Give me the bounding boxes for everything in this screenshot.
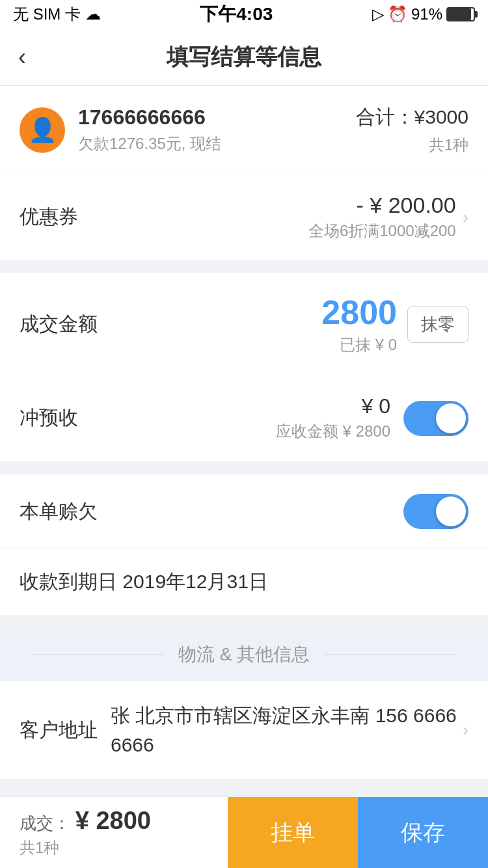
customer-left: 👤 17666666666 欠款1276.35元, 现结	[20, 105, 221, 154]
coupon-amount: - ¥ 200.00	[308, 193, 456, 218]
battery-icon	[446, 7, 475, 21]
address-label: 客户地址	[20, 717, 98, 744]
address-content: 张 北京市市辖区海淀区永丰南 156 6666 6666	[111, 701, 463, 759]
prepay-amount: ¥ 0	[276, 394, 390, 418]
section-divider-1	[0, 260, 488, 273]
transaction-label: 成交金额	[20, 311, 98, 338]
transaction-right: 2800 已抹 ¥ 0 抹零	[321, 293, 468, 355]
section-divider-2	[0, 461, 488, 474]
bottom-deal-row: 成交： ¥ 2800	[20, 807, 208, 835]
status-time: 下午4:03	[200, 2, 273, 27]
toggle-knob	[436, 403, 466, 433]
bottom-deal-label: 成交：	[20, 813, 70, 833]
transaction-amount: 2800	[321, 293, 397, 332]
transaction-amount-block: 2800 已抹 ¥ 0	[321, 293, 397, 355]
customer-right: 合计：¥3000 共1种	[356, 104, 468, 156]
address-section[interactable]: 客户地址 张 北京市市辖区海淀区永丰南 156 6666 6666 ›	[0, 681, 488, 779]
coupon-label: 优惠券	[20, 204, 78, 230]
coupon-desc: 全场6折满1000减200	[308, 221, 456, 241]
debt-label: 本单赊欠	[20, 498, 98, 525]
content-area: 👤 17666666666 欠款1276.35元, 现结 合计：¥3000 共1…	[0, 86, 488, 868]
due-date-section: 收款到期日 2019年12月31日	[0, 549, 488, 615]
debt-toggle[interactable]	[403, 494, 468, 529]
bottom-deal-count: 共1种	[20, 837, 208, 858]
logistics-divider	[0, 615, 488, 628]
bottom-deal-amount: ¥ 2800	[75, 807, 151, 834]
location-icon: ▷	[372, 5, 384, 23]
page-title: 填写结算等信息	[167, 42, 321, 72]
logistics-header: 物流 & 其他信息	[0, 628, 488, 681]
due-date-text: 收款到期日 2019年12月31日	[20, 571, 268, 592]
logistics-title: 物流 & 其他信息	[178, 642, 310, 667]
status-left: 无 SIM 卡 ☁	[13, 4, 101, 25]
avatar-icon: 👤	[28, 116, 57, 144]
customer-section: 👤 17666666666 欠款1276.35元, 现结 合计：¥3000 共1…	[0, 86, 488, 260]
coupon-row[interactable]: 优惠券 - ¥ 200.00 全场6折满1000减200 ›	[0, 174, 488, 260]
prepay-row: 冲预收 ¥ 0 应收金额 ¥ 2800	[0, 375, 488, 461]
transaction-section: 成交金额 2800 已抹 ¥ 0 抹零	[0, 273, 488, 375]
transaction-sub: 已抹 ¥ 0	[321, 334, 397, 355]
coupon-right: - ¥ 200.00 全场6折满1000减200 ›	[308, 193, 468, 241]
bottom-bar: 成交： ¥ 2800 共1种 挂单 保存	[0, 796, 488, 868]
debt-section: 本单赊欠	[0, 474, 488, 549]
sim-label: 无 SIM 卡 ☁	[13, 4, 101, 25]
prepay-receivable: 应收金额 ¥ 2800	[276, 421, 390, 442]
status-right: ▷ ⏰ 91%	[372, 5, 475, 23]
prepay-right: ¥ 0 应收金额 ¥ 2800	[276, 394, 468, 442]
hold-button[interactable]: 挂单	[228, 797, 358, 869]
prepay-toggle[interactable]	[403, 401, 468, 436]
total-amount: 合计：¥3000	[356, 104, 468, 131]
address-chevron-icon: ›	[463, 720, 468, 740]
status-bar: 无 SIM 卡 ☁ 下午4:03 ▷ ⏰ 91%	[0, 0, 488, 29]
bottom-summary: 成交： ¥ 2800 共1种	[0, 807, 228, 858]
back-button[interactable]: ‹	[18, 44, 26, 71]
total-count: 共1种	[356, 135, 468, 156]
prepay-label: 冲预收	[20, 405, 78, 431]
customer-info-row: 👤 17666666666 欠款1276.35元, 现结 合计：¥3000 共1…	[0, 86, 488, 174]
battery-percent: 91%	[411, 5, 442, 23]
chevron-right-icon: ›	[463, 207, 468, 228]
debt-toggle-knob	[436, 496, 466, 526]
save-button[interactable]: 保存	[358, 797, 488, 869]
avatar: 👤	[20, 107, 65, 153]
customer-sub: 欠款1276.35元, 现结	[78, 133, 221, 154]
prepay-amount-block: ¥ 0 应收金额 ¥ 2800	[276, 394, 390, 442]
coupon-value: - ¥ 200.00 全场6折满1000减200	[308, 193, 456, 241]
round-button[interactable]: 抹零	[407, 306, 468, 343]
customer-phone: 17666666666	[78, 105, 221, 129]
transaction-amount-row: 成交金额 2800 已抹 ¥ 0 抹零	[20, 273, 468, 375]
clock-icon: ⏰	[388, 5, 407, 23]
nav-bar: ‹ 填写结算等信息	[0, 29, 488, 86]
customer-details: 17666666666 欠款1276.35元, 现结	[78, 105, 221, 154]
